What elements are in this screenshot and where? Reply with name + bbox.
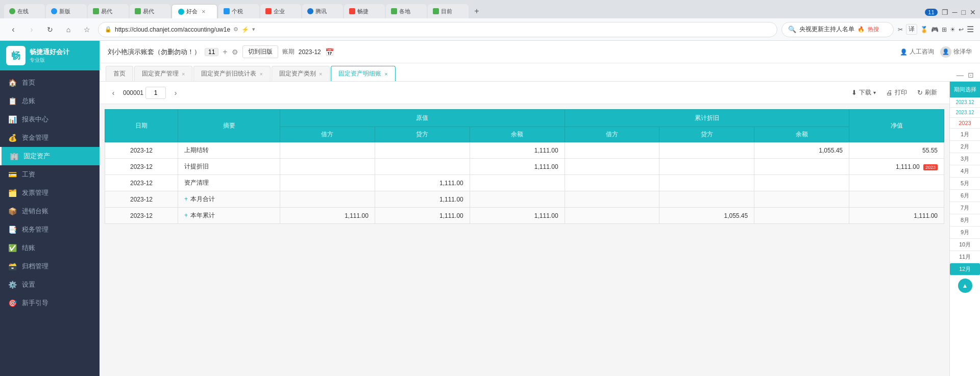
browser-tab-gesui[interactable]: 个税 <box>218 4 259 18</box>
bookmark-btn[interactable]: ☆ <box>80 22 94 37</box>
address-bar[interactable]: 🔒 https://cloud.chanjet.com/accounting/u… <box>98 22 777 37</box>
nav-item-archive[interactable]: 🗃️ 归档管理 <box>0 257 100 275</box>
version-btn[interactable]: 切到旧版 <box>242 45 278 58</box>
th-orig-credit: 贷方 <box>375 127 470 142</box>
next-page-btn[interactable]: › <box>170 87 181 98</box>
menu-btn[interactable]: ☰ <box>967 24 974 34</box>
page-tab-depreciation-stat[interactable]: 固定资产折旧统计表 × <box>193 66 270 81</box>
period-month-3[interactable]: 3月 <box>950 153 980 165</box>
reload-btn[interactable]: ↻ <box>43 22 57 37</box>
period-month-5[interactable]: 5月 <box>950 178 980 190</box>
page-tab-fixed-mgmt-close[interactable]: × <box>182 71 185 77</box>
game-btn[interactable]: 🎮 <box>931 26 939 33</box>
nav-item-guide[interactable]: 🎯 新手引导 <box>0 294 100 312</box>
download-btn[interactable]: ⬇ 下载 ▾ <box>847 86 880 99</box>
refresh-btn[interactable]: ↻ 刷新 <box>913 86 941 99</box>
cell-summary-2: 资产清理 <box>178 175 280 191</box>
cut-icon[interactable]: ✂ <box>898 26 903 33</box>
nav-item-invoice[interactable]: 🗂️ 发票管理 <box>0 184 100 202</box>
period-month-9[interactable]: 9月 <box>950 227 980 239</box>
browser-tab-enterprise[interactable]: 企业 <box>260 4 301 18</box>
tab-close-haohui[interactable]: × <box>202 8 206 15</box>
print-btn[interactable]: 🖨 打印 <box>882 86 911 99</box>
nav-item-inventory[interactable]: 📦 进销台账 <box>0 202 100 220</box>
period-month-10[interactable]: 10月 <box>950 239 980 251</box>
period-month-4[interactable]: 4月 <box>950 165 980 178</box>
translate-btn[interactable]: 译 <box>906 24 917 35</box>
account-count-badge: 11 <box>205 48 218 56</box>
period-month-11[interactable]: 11月 <box>950 251 980 263</box>
window-maximize-btn[interactable]: □ <box>962 8 966 16</box>
forward-btn[interactable]: › <box>24 22 39 37</box>
page-tab-depreciation-stat-close[interactable]: × <box>259 71 262 77</box>
cell-orig-debit-4: 1,111.00 <box>280 208 375 224</box>
brightness-btn[interactable]: ☀ <box>950 26 955 33</box>
page-tab-asset-category[interactable]: 固定资产类别 × <box>272 66 330 81</box>
calendar-icon[interactable]: 📅 <box>325 48 334 56</box>
back-btn[interactable]: ‹ <box>6 22 20 37</box>
period-month-12[interactable]: 12月 <box>950 263 980 275</box>
customer-service-btn[interactable]: 👤 人工咨询 <box>900 47 934 56</box>
tab-label-yidai2: 易代 <box>143 8 154 15</box>
page-number-input[interactable] <box>145 87 166 99</box>
summary-4-label: 本年累计 <box>190 212 215 219</box>
cell-orig-debit-2 <box>280 175 375 191</box>
page-tab-asset-detail[interactable]: 固定资产明细账 × <box>331 66 395 81</box>
nav-item-reports[interactable]: 📊 报表中心 <box>0 110 100 129</box>
browser-tab-yidai2[interactable]: 易代 <box>130 4 170 18</box>
browser-tab-gedi[interactable]: 各地 <box>386 4 427 18</box>
cell-net-4: 1,111.00 <box>849 208 944 224</box>
ledger-nav-icon: 📋 <box>8 97 17 105</box>
page-tab-fixed-mgmt[interactable]: 固定资产管理 × <box>134 66 192 81</box>
new-tab-btn[interactable]: + <box>470 4 484 18</box>
browser-tab-changjie[interactable]: 畅捷 <box>344 4 385 18</box>
nav-item-funds[interactable]: 💰 资金管理 <box>0 129 100 147</box>
nav-item-checkout[interactable]: ✅ 结账 <box>0 239 100 257</box>
tab-collapse-icon[interactable]: — <box>957 71 964 79</box>
prev-page-btn[interactable]: ‹ <box>108 87 119 98</box>
period-date-2[interactable]: 2023.12 <box>950 108 980 118</box>
browser-tab-mubiao[interactable]: 目前 <box>428 4 469 18</box>
tab-label-tencent: 腾讯 <box>315 8 327 15</box>
period-year-2023: 2023 <box>950 118 980 129</box>
nav-item-fixed-assets[interactable]: 🏢 固定资产 <box>0 147 100 165</box>
nav-item-ledger[interactable]: 📋 总账 <box>0 92 100 110</box>
period-month-7[interactable]: 7月 <box>950 202 980 214</box>
grid-btn[interactable]: ⊞ <box>942 26 947 33</box>
period-month-6[interactable]: 6月 <box>950 190 980 202</box>
page-tab-depreciation-stat-label: 固定资产折旧统计表 <box>201 69 256 78</box>
user-info-btn[interactable]: 👤 徐泽华 <box>940 46 972 58</box>
browser-nav-bar: ‹ › ↻ ⌂ ☆ 🔒 https://cloud.chanjet.com/ac… <box>0 18 980 41</box>
period-date-1[interactable]: 2023.12 <box>950 97 980 108</box>
page-tab-asset-category-close[interactable]: × <box>319 71 322 77</box>
browser-tab-haohui[interactable]: 好会 × <box>172 4 217 18</box>
tab-label-enterprise: 企业 <box>274 8 285 15</box>
window-close-btn[interactable]: ✕ <box>970 8 976 16</box>
summary-4-icon: + <box>184 212 188 219</box>
period-month-2[interactable]: 2月 <box>950 141 980 153</box>
nav-item-salary[interactable]: 💳 工资 <box>0 165 100 184</box>
undo-btn[interactable]: ↩ <box>959 26 964 33</box>
th-orig-balance: 余额 <box>470 127 565 142</box>
home-btn[interactable]: ⌂ <box>61 22 76 37</box>
browser-tab-yidai1[interactable]: 易代 <box>88 4 129 18</box>
search-bar[interactable]: 🔍 央视更新主持人名单 🔥 热搜 <box>781 22 894 37</box>
cell-dep-credit-4: 1,055.45 <box>659 208 754 224</box>
wallet-btn[interactable]: 🏅 <box>920 26 928 33</box>
period-month-1[interactable]: 1月 <box>950 129 980 141</box>
nav-item-home[interactable]: 🏠 首页 <box>0 73 100 92</box>
nav-item-tax[interactable]: 📑 税务管理 <box>0 220 100 239</box>
account-add-icon[interactable]: + <box>223 47 227 57</box>
browser-tab-online[interactable]: 在线 <box>4 4 45 18</box>
page-tab-home[interactable]: 首页 <box>106 66 133 81</box>
period-month-8[interactable]: 8月 <box>950 214 980 227</box>
window-minimize-btn[interactable]: ─ <box>952 8 958 16</box>
browser-tab-tencent[interactable]: 腾讯 <box>302 4 343 18</box>
page-tab-asset-detail-close[interactable]: × <box>384 71 387 77</box>
window-restore-btn[interactable]: ❐ <box>942 8 948 16</box>
browser-tab-new[interactable]: 新版 <box>46 4 87 18</box>
tab-expand-icon[interactable]: ⊡ <box>968 71 974 79</box>
account-settings-icon[interactable]: ⚙ <box>232 48 238 56</box>
scroll-top-btn[interactable]: ▲ <box>958 279 972 293</box>
nav-item-settings[interactable]: ⚙️ 设置 <box>0 275 100 294</box>
